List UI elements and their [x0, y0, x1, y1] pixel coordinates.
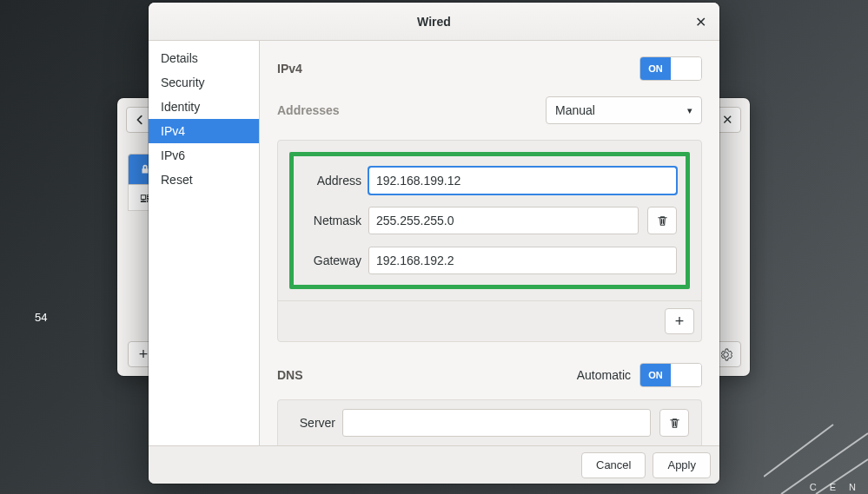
- action-bar: Cancel Apply: [149, 445, 719, 484]
- server-label: Server: [290, 416, 342, 430]
- dns-automatic-label: Automatic: [577, 368, 631, 382]
- ipv4-toggle[interactable]: ON: [639, 56, 702, 81]
- netmask-input[interactable]: [368, 207, 639, 234]
- address-input[interactable]: [368, 167, 677, 194]
- sidebar-item-security[interactable]: Security: [149, 70, 259, 95]
- desktop-text: 54: [35, 311, 47, 324]
- decorative-text: C E N: [810, 482, 861, 492]
- addresses-panel: Address Netmask Gateway: [277, 140, 702, 342]
- sidebar-item-ipv6[interactable]: IPv6: [149, 143, 259, 168]
- address-label: Address: [302, 174, 368, 188]
- trash-icon: [668, 417, 681, 430]
- wired-settings-dialog: Wired ✕ Details Security Identity IPv4 I…: [149, 3, 719, 484]
- sidebar-item-identity[interactable]: Identity: [149, 95, 259, 119]
- dns-panel: Server +: [277, 399, 702, 445]
- add-address-button[interactable]: +: [665, 308, 694, 334]
- close-icon[interactable]: ✕: [688, 10, 712, 34]
- sidebar-item-reset[interactable]: Reset: [149, 168, 259, 192]
- ipv4-heading: IPv4: [277, 62, 302, 76]
- chevron-down-icon: ▾: [687, 105, 692, 116]
- gateway-input[interactable]: [368, 247, 677, 274]
- toggle-on-label: ON: [640, 57, 671, 80]
- trash-icon: [656, 214, 669, 227]
- sidebar: Details Security Identity IPv4 IPv6 Rese…: [149, 41, 260, 445]
- delete-dns-button[interactable]: [659, 409, 689, 437]
- titlebar: Wired ✕: [149, 3, 719, 41]
- dns-heading: DNS: [277, 368, 303, 382]
- dns-server-input[interactable]: [342, 409, 651, 437]
- window-title: Wired: [417, 15, 451, 29]
- addresses-mode-select[interactable]: Manual ▾: [546, 96, 702, 124]
- netmask-label: Netmask: [302, 214, 368, 227]
- sidebar-item-ipv4[interactable]: IPv4: [149, 119, 259, 143]
- select-value: Manual: [555, 103, 595, 117]
- cancel-button[interactable]: Cancel: [581, 452, 646, 478]
- content-pane: IPv4 ON Addresses Manual ▾ Address: [260, 41, 719, 445]
- sidebar-item-details[interactable]: Details: [149, 46, 259, 70]
- address-form-highlight: Address Netmask Gateway: [289, 152, 690, 289]
- toggle-on-label: ON: [640, 364, 671, 386]
- delete-address-button[interactable]: [647, 207, 677, 234]
- apply-button[interactable]: Apply: [653, 452, 711, 478]
- dns-automatic-toggle[interactable]: ON: [639, 363, 702, 387]
- addresses-heading: Addresses: [277, 103, 340, 117]
- gateway-label: Gateway: [302, 254, 368, 267]
